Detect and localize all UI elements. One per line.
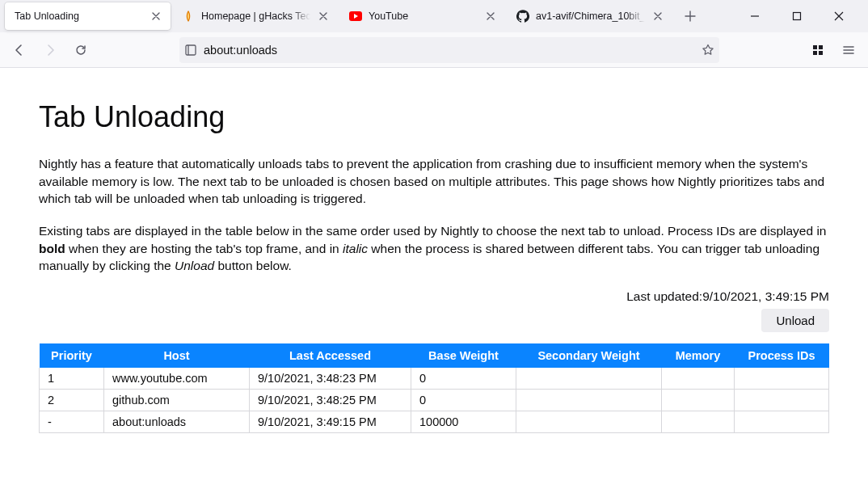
bookmark-star-icon[interactable]	[702, 44, 714, 57]
page-content: Tab Unloading Nightly has a feature that…	[0, 68, 868, 433]
intro-paragraph-1: Nightly has a feature that automatically…	[39, 155, 829, 208]
svg-rect-5	[813, 51, 817, 55]
close-icon[interactable]	[651, 10, 664, 23]
svg-rect-1	[794, 13, 801, 20]
back-button[interactable]	[6, 37, 32, 63]
svg-rect-6	[819, 51, 823, 55]
navbar	[0, 32, 868, 68]
col-bw[interactable]: Base Weight	[411, 343, 516, 368]
tab-github[interactable]: av1-avif/Chimera_10bit_cropped	[507, 2, 672, 30]
close-icon[interactable]	[317, 10, 330, 23]
close-icon[interactable]	[150, 10, 162, 23]
col-sw[interactable]: Secondary Weight	[516, 343, 662, 368]
tab-label: YouTube	[369, 11, 478, 22]
tab-unload-table: Priority Host Last Accessed Base Weight …	[39, 343, 829, 433]
tab-strip: Tab Unloading Homepage | gHacks Technolo…	[0, 0, 868, 32]
col-host[interactable]: Host	[104, 343, 250, 368]
unload-button[interactable]: Unload	[761, 309, 829, 332]
last-updated: Last updated: 9/10/2021, 3:49:15 PM	[39, 289, 829, 304]
forward-button[interactable]	[37, 37, 63, 63]
svg-rect-2	[186, 45, 196, 55]
tab-youtube[interactable]: YouTube	[339, 2, 505, 30]
identity-icon[interactable]	[184, 44, 197, 57]
tab-tab-unloading[interactable]: Tab Unloading	[5, 2, 171, 30]
col-priority[interactable]: Priority	[40, 343, 104, 368]
tab-label: Homepage | gHacks Technology News	[201, 11, 310, 22]
github-icon	[516, 10, 529, 23]
col-mem[interactable]: Memory	[662, 343, 735, 368]
maximize-button[interactable]	[779, 3, 815, 29]
table-row: - about:unloads 9/10/2021, 3:49:15 PM 10…	[40, 411, 829, 433]
table-row: 1 www.youtube.com 9/10/2021, 3:48:23 PM …	[40, 368, 829, 390]
app-menu-button[interactable]	[836, 37, 862, 63]
svg-rect-3	[813, 45, 817, 49]
reload-button[interactable]	[68, 37, 94, 63]
col-last[interactable]: Last Accessed	[250, 343, 411, 368]
url-input[interactable]	[204, 44, 695, 57]
window-controls	[737, 3, 863, 29]
extensions-button[interactable]	[805, 37, 831, 63]
close-icon[interactable]	[484, 10, 497, 23]
intro-paragraph-2: Existing tabs are displayed in the table…	[39, 222, 829, 275]
col-pid[interactable]: Process IDs	[735, 343, 829, 368]
youtube-icon	[349, 10, 362, 23]
tab-label: av1-avif/Chimera_10bit_cropped	[536, 11, 645, 22]
new-tab-button[interactable]	[677, 3, 703, 29]
page-title: Tab Unloading	[39, 100, 829, 134]
close-window-button[interactable]	[821, 3, 857, 29]
minimize-button[interactable]	[737, 3, 773, 29]
url-bar[interactable]	[179, 37, 719, 63]
table-header-row: Priority Host Last Accessed Base Weight …	[40, 343, 829, 368]
tab-label: Tab Unloading	[15, 11, 143, 22]
svg-rect-4	[819, 45, 823, 49]
tab-ghacks[interactable]: Homepage | gHacks Technology News	[172, 2, 338, 30]
table-row: 2 github.com 9/10/2021, 3:48:25 PM 0	[40, 390, 829, 411]
ghacks-icon	[182, 10, 195, 23]
